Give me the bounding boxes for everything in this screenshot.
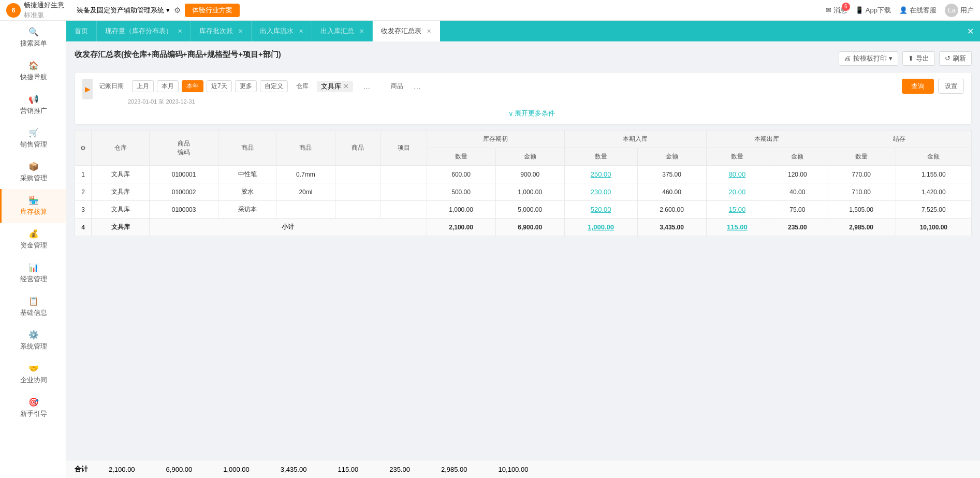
row2-qty-in[interactable]: 230.00 <box>564 183 637 201</box>
sidebar-item-sales[interactable]: 🛒 销售管理 <box>0 122 66 155</box>
warehouse-more-btn[interactable]: ... <box>361 82 372 91</box>
tab-batch-close[interactable]: ✕ <box>238 28 243 35</box>
warehouse-tag-close[interactable]: ✕ <box>343 82 349 90</box>
table-row: 1 文具库 0100001 中性笔 0.7mm 600.00 900.00 25… <box>75 166 972 183</box>
tab-receipt-summary-close[interactable]: ✕ <box>427 28 431 35</box>
tab-stock-dist[interactable]: 现存量（库存分布表） ✕ <box>97 21 191 41</box>
subtotal-qty-in[interactable]: 1,000.00 <box>564 219 637 236</box>
settings-button[interactable]: 设置 <box>938 79 964 94</box>
marketing-icon: 📢 <box>28 94 39 104</box>
sidebar-item-marketing[interactable]: 📢 营销推广 <box>0 88 66 122</box>
warehouse-tag-text: 文具库 <box>321 82 341 91</box>
row1-no: 1 <box>75 166 92 183</box>
date-range-text: 2023-01-01 至 2023-12-31 <box>128 98 964 106</box>
tab-stock-dist-close[interactable]: ✕ <box>178 28 182 35</box>
row3-qty-out-link[interactable]: 15.00 <box>729 206 746 213</box>
inventory-icon: 🏪 <box>28 195 39 205</box>
message-action[interactable]: ✉ 消息 6 <box>826 6 847 15</box>
tab-inout-flow[interactable]: 出入库流水 ✕ <box>252 21 312 41</box>
table-row: 3 文具库 0100003 采访本 1,000.00 5,000.00 520.… <box>75 201 972 219</box>
user-action[interactable]: Ea 用户 <box>945 4 974 17</box>
tab-bar: 首页 现存量（库存分布表） ✕ 库存批次账 ✕ 出入库流水 ✕ 出入库汇总 ✕ … <box>66 21 980 41</box>
sidebar-label-sales: 销售管理 <box>20 140 47 149</box>
refresh-button[interactable]: ↺ 刷新 <box>939 51 972 66</box>
row2-qty-out[interactable]: 20.00 <box>706 183 768 201</box>
date-btn-this-year[interactable]: 本年 <box>182 80 203 92</box>
row2-dept <box>381 183 427 201</box>
table-header-row-1: ⚙ 仓库 商品编码 商品 商品 商品 项目 库存期初 本期入库 本期出库 结存 <box>75 131 972 148</box>
business-icon: 📊 <box>28 263 39 272</box>
tab-receipt-summary[interactable]: 收发存汇总表 ✕ <box>373 21 440 41</box>
settings-icon[interactable]: ⚙ <box>174 6 181 15</box>
tab-inout-summary[interactable]: 出入库汇总 ✕ <box>312 21 373 41</box>
sidebar-item-enterprise[interactable]: 🤝 企业协同 <box>0 357 66 391</box>
date-btn-last-month[interactable]: 上月 <box>132 80 154 92</box>
sidebar-item-basic[interactable]: 📋 基础信息 <box>0 290 66 324</box>
col-sub-qty-out: 数量 <box>706 148 768 166</box>
online-service-action[interactable]: 👤 在线客服 <box>899 6 937 15</box>
row2-qty-out-link[interactable]: 20.00 <box>729 188 746 196</box>
message-badge: 6 <box>842 3 850 11</box>
sidebar-item-purchase[interactable]: 📦 采购管理 <box>0 155 66 189</box>
sidebar-item-system[interactable]: ⚙️ 系统管理 <box>0 324 66 357</box>
row1-qty-in-link[interactable]: 250.00 <box>591 170 611 178</box>
goods-more-btn[interactable]: ... <box>412 82 422 91</box>
row1-code: 0100001 <box>150 166 218 183</box>
sales-icon: 🛒 <box>28 128 39 138</box>
date-btn-this-month[interactable]: 本月 <box>157 80 179 92</box>
row3-qty-in[interactable]: 520.00 <box>564 201 637 219</box>
sidebar-item-business[interactable]: 📊 经营管理 <box>0 256 66 290</box>
row3-no: 3 <box>75 201 92 219</box>
row1-qty-out-link[interactable]: 80.00 <box>729 170 746 178</box>
date-btn-more[interactable]: 更多 <box>235 80 257 92</box>
expand-label: 展开更多条件 <box>515 109 555 118</box>
row2-qty-in-link[interactable]: 230.00 <box>591 188 611 196</box>
row1-qty-out[interactable]: 80.00 <box>706 166 768 183</box>
row3-qty-out[interactable]: 15.00 <box>706 201 768 219</box>
tab-bar-close[interactable]: ✕ <box>967 26 980 36</box>
sidebar-item-quick[interactable]: 🏠 快捷导航 <box>0 54 66 88</box>
subtotal-qty-out-link[interactable]: 115.00 <box>727 223 748 231</box>
row1-warehouse: 文具库 <box>92 166 150 183</box>
settings-col-header[interactable]: ⚙ <box>75 131 92 166</box>
row1-dept <box>381 166 427 183</box>
query-button[interactable]: 查询 <box>902 79 934 94</box>
date-btn-7days[interactable]: 近7天 <box>207 80 232 92</box>
expand-link[interactable]: ∨ 展开更多条件 <box>508 109 555 118</box>
top-bar-left: 6 畅捷通好生意 标准版 装备及固定资产辅助管理系统 ▾ ⚙ 体验行业方案 <box>6 1 240 19</box>
print-template-button[interactable]: 🖨 按模板打印 ▾ <box>839 51 898 66</box>
subtotal-qty-open: 2,100.00 <box>427 219 495 236</box>
row2-name: 胶水 <box>218 183 276 201</box>
subtotal-qty-out[interactable]: 115.00 <box>706 219 768 236</box>
date-buttons: 上月 本月 本年 近7天 更多 自定义 <box>132 80 288 92</box>
date-btn-custom[interactable]: 自定义 <box>260 80 288 92</box>
row1-qty-open: 600.00 <box>427 166 495 183</box>
expand-icon: ∨ <box>508 110 514 118</box>
page-header-actions: 🖨 按模板打印 ▾ ⬆ 导出 ↺ 刷新 <box>839 51 972 66</box>
experience-button[interactable]: 体验行业方案 <box>185 4 240 17</box>
warehouse-tag: 文具库 ✕ <box>317 81 353 92</box>
subtotal-qty-in-link[interactable]: 1,000.00 <box>588 223 614 231</box>
export-button[interactable]: ⬆ 导出 <box>902 51 935 66</box>
row1-qty-in[interactable]: 250.00 <box>564 166 637 183</box>
tab-batch[interactable]: 库存批次账 ✕ <box>191 21 252 41</box>
subtotal-label: 小计 <box>150 219 427 236</box>
tab-home[interactable]: 首页 <box>66 21 97 41</box>
system-title-select[interactable]: 装备及固定资产辅助管理系统 ▾ <box>77 6 170 15</box>
tab-inout-summary-close[interactable]: ✕ <box>359 28 364 35</box>
sidebar-item-guide[interactable]: 🎯 新手引导 <box>0 391 66 425</box>
filter-collapse-btn[interactable]: ▶ <box>82 79 93 99</box>
tab-inout-flow-close[interactable]: ✕ <box>299 28 303 35</box>
app-download-action[interactable]: 📱 App下载 <box>855 6 891 15</box>
col-header-open-stock: 库存期初 <box>427 131 564 148</box>
basic-icon: 📋 <box>28 296 39 306</box>
row3-qty-in-link[interactable]: 520.00 <box>591 206 611 213</box>
sidebar-label-guide: 新手引导 <box>20 409 47 418</box>
filter-query-actions: 查询 设置 <box>902 79 964 94</box>
sidebar-item-finance[interactable]: 💰 资金管理 <box>0 223 66 256</box>
app-download-label: App下载 <box>866 6 891 15</box>
sidebar-item-search[interactable]: 🔍 搜索菜单 <box>0 21 66 54</box>
total-qty-open: 2,100.00 <box>109 466 135 473</box>
enterprise-icon: 🤝 <box>28 364 39 373</box>
sidebar-item-inventory[interactable]: 🏪 库存核算 <box>0 189 66 223</box>
